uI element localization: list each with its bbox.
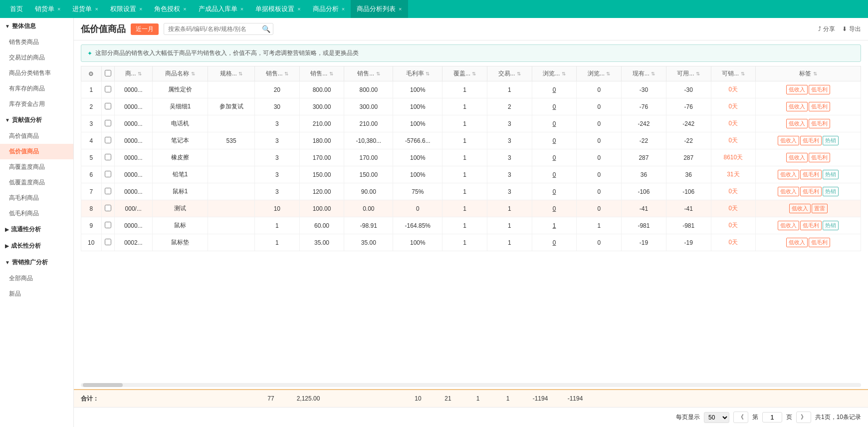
cell-browse1[interactable]: 1 <box>532 217 577 234</box>
close-icon[interactable]: × <box>240 6 243 12</box>
col-browse2[interactable]: 浏览... ⇅ <box>577 66 622 81</box>
browse1-link[interactable]: 0 <box>553 120 556 127</box>
col-qty[interactable]: 销售... ⇅ <box>254 66 299 81</box>
cell-checkbox[interactable] <box>101 98 114 115</box>
cell-checkbox[interactable] <box>101 183 114 200</box>
row-checkbox[interactable] <box>105 154 111 160</box>
row-checkbox[interactable] <box>105 86 111 92</box>
row-checkbox[interactable] <box>105 188 111 194</box>
row-checkbox[interactable] <box>105 120 111 126</box>
browse1-link[interactable]: 1 <box>553 222 556 229</box>
col-sale-amount[interactable]: 销售... ⇅ <box>344 66 393 81</box>
col-spec[interactable]: 规格... ⇅ <box>208 66 255 81</box>
sidebar-item-traded-goods[interactable]: 交易过的商品 <box>0 50 73 65</box>
sidebar-item-low-gross[interactable]: 低毛利商品 <box>0 206 73 221</box>
nav-template[interactable]: 单据模板设置 × <box>249 0 306 18</box>
close-icon[interactable]: × <box>342 6 345 12</box>
col-browse1[interactable]: 浏览... ⇅ <box>532 66 577 81</box>
col-trade[interactable]: 交易... ⇅ <box>487 66 532 81</box>
horizontal-scrollbar[interactable] <box>81 383 861 387</box>
sidebar-item-all-goods[interactable]: 全部商品 <box>0 271 73 286</box>
row-checkbox[interactable] <box>105 103 111 109</box>
sidebar-item-category-rate[interactable]: 商品分类销售率 <box>0 65 73 81</box>
cell-browse1[interactable]: 0 <box>532 149 577 166</box>
cell-checkbox[interactable] <box>101 217 114 234</box>
close-icon[interactable]: × <box>183 6 186 12</box>
sidebar-section-flow[interactable]: ▶ 流通性分析 <box>0 221 73 238</box>
sidebar-section-growth[interactable]: ▶ 成长性分析 <box>0 238 73 254</box>
cell-browse1[interactable]: 0 <box>532 115 577 132</box>
col-coverage[interactable]: 覆盖... ⇅ <box>442 66 487 81</box>
sidebar-item-stock-capital[interactable]: 库存资金占用 <box>0 96 73 112</box>
nav-sales[interactable]: 销货单 × <box>29 0 66 18</box>
browse1-link[interactable]: 0 <box>553 205 556 212</box>
nav-goods-list[interactable]: 商品分析列表 × <box>351 0 408 18</box>
nav-goods-analysis[interactable]: 商品分析 × <box>307 0 351 18</box>
col-saleable[interactable]: 可销... ⇅ <box>711 66 756 81</box>
nav-purchase[interactable]: 进货单 × <box>66 0 104 18</box>
browse1-link[interactable]: 0 <box>553 239 556 246</box>
close-icon[interactable]: × <box>95 6 98 12</box>
col-settings[interactable]: ⚙ <box>81 66 102 81</box>
browse1-link[interactable]: 0 <box>553 171 556 178</box>
cell-checkbox[interactable] <box>101 200 114 217</box>
sidebar-item-new-goods[interactable]: 新品 <box>0 286 73 302</box>
browse1-link[interactable]: 0 <box>553 86 556 93</box>
row-checkbox[interactable] <box>105 205 111 211</box>
browse1-link[interactable]: 0 <box>553 103 556 110</box>
sidebar-item-high-value[interactable]: 高价值商品 <box>0 128 73 144</box>
filter-button[interactable]: 近一月 <box>131 23 159 35</box>
col-code[interactable]: 商... ⇅ <box>114 66 152 81</box>
sidebar-item-high-coverage[interactable]: 高覆盖度商品 <box>0 159 73 175</box>
sidebar-item-low-coverage[interactable]: 低覆盖度商品 <box>0 175 73 190</box>
sidebar-section-marketing[interactable]: ▼ 营销推广分析 <box>0 254 73 271</box>
cell-checkbox[interactable] <box>101 115 114 132</box>
row-checkbox[interactable] <box>105 171 111 177</box>
nav-role[interactable]: 角色授权 × <box>148 0 192 18</box>
cell-browse1[interactable]: 0 <box>532 234 577 251</box>
nav-auth[interactable]: 权限设置 × <box>104 0 148 18</box>
col-checkbox[interactable] <box>101 66 114 81</box>
col-name[interactable]: 商品名称 ⇅ <box>152 66 208 81</box>
row-checkbox[interactable] <box>105 222 111 228</box>
nav-product-entry[interactable]: 产成品入库单 × <box>193 0 249 18</box>
browse1-link[interactable]: 0 <box>553 188 556 195</box>
row-checkbox[interactable] <box>105 239 111 245</box>
cell-checkbox[interactable] <box>101 81 114 98</box>
sidebar-item-sales-goods[interactable]: 销售类商品 <box>0 34 73 50</box>
search-icon[interactable]: 🔍 <box>262 25 270 33</box>
cell-checkbox[interactable] <box>101 149 114 166</box>
scrollbar-thumb[interactable] <box>83 383 123 387</box>
cell-checkbox[interactable] <box>101 234 114 251</box>
col-tags[interactable]: 标签 ⇅ <box>756 66 861 81</box>
sidebar-item-stocked-goods[interactable]: 有库存的商品 <box>0 81 73 96</box>
sidebar-section-overall[interactable]: ▼ 整体信息 <box>0 18 73 34</box>
sidebar-item-low-value[interactable]: 低价值商品 <box>0 144 73 159</box>
close-icon[interactable]: × <box>57 6 60 12</box>
cell-browse1[interactable]: 0 <box>532 132 577 149</box>
cell-browse1[interactable]: 0 <box>532 98 577 115</box>
browse1-link[interactable]: 0 <box>553 137 556 144</box>
export-button[interactable]: ⬇ 导出 <box>842 25 861 33</box>
select-all-checkbox[interactable] <box>105 70 111 76</box>
cell-browse1[interactable]: 0 <box>532 166 577 183</box>
next-page-button[interactable]: 》 <box>796 412 811 423</box>
search-input[interactable] <box>164 23 273 35</box>
share-button[interactable]: ⤴ 分享 <box>818 25 835 33</box>
cell-browse1[interactable]: 0 <box>532 200 577 217</box>
col-current[interactable]: 现有... ⇅ <box>622 66 666 81</box>
sidebar-section-contribution[interactable]: ▼ 贡献值分析 <box>0 112 73 128</box>
nav-home[interactable]: 首页 <box>4 0 29 18</box>
cell-checkbox[interactable] <box>101 132 114 149</box>
per-page-select[interactable]: 50 100 200 <box>704 412 729 423</box>
row-checkbox[interactable] <box>105 137 111 143</box>
cell-browse1[interactable]: 0 <box>532 81 577 98</box>
sidebar-item-high-gross[interactable]: 高毛利商品 <box>0 190 73 206</box>
browse1-link[interactable]: 0 <box>553 154 556 161</box>
cell-checkbox[interactable] <box>101 166 114 183</box>
cell-browse1[interactable]: 0 <box>532 183 577 200</box>
close-icon[interactable]: × <box>139 6 142 12</box>
col-gross-margin[interactable]: 毛利率 ⇅ <box>393 66 442 81</box>
close-icon[interactable]: × <box>297 6 300 12</box>
prev-page-button[interactable]: 《 <box>733 412 748 423</box>
